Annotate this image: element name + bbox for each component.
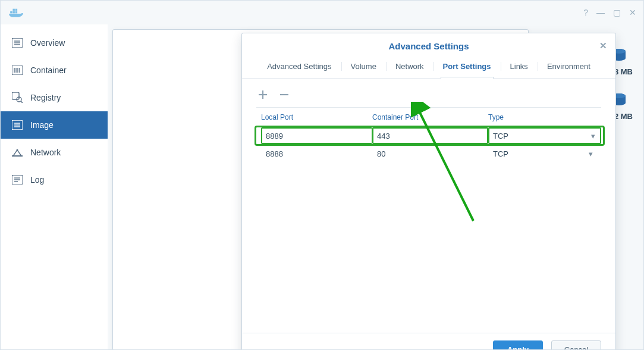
window-controls: ? — ▢ ✕ <box>583 8 636 17</box>
svg-rect-4 <box>15 9 18 11</box>
table-header: Local Port Container Port Type <box>256 108 601 127</box>
modal-body: Local Port Container Port Type 8889 443 … <box>242 79 615 333</box>
add-icon[interactable] <box>256 88 269 101</box>
table-row[interactable]: 8888 80 TCP▾ <box>256 145 601 162</box>
svg-rect-9 <box>12 65 23 75</box>
docker-whale-icon <box>8 6 24 19</box>
chevron-down-icon: ▾ <box>586 132 595 140</box>
sidebar-item-log[interactable]: Log <box>1 166 108 193</box>
registry-icon <box>11 92 23 103</box>
modal-title-text: Advanced Settings <box>388 41 469 51</box>
tab-advanced-settings[interactable]: Advanced Settings <box>257 56 341 78</box>
sidebar-item-registry[interactable]: Registry <box>1 84 108 111</box>
svg-rect-21 <box>12 155 23 157</box>
svg-point-22 <box>17 149 18 151</box>
type-cell[interactable]: TCP▾ <box>493 149 601 158</box>
cancel-button[interactable]: Cancel <box>551 340 601 350</box>
table-row[interactable]: 8889 443 TCP▾ <box>256 127 601 145</box>
sidebar-label: Image <box>30 120 54 130</box>
network-icon <box>11 147 23 158</box>
sidebar: Overview Container Registry Image Networ… <box>1 24 108 349</box>
tab-volume[interactable]: Volume <box>341 56 386 78</box>
container-port-input[interactable]: 443 <box>372 127 488 144</box>
port-toolbar <box>256 86 601 107</box>
tab-port-settings[interactable]: Port Settings <box>433 56 501 78</box>
maximize-icon[interactable]: ▢ <box>613 8 621 17</box>
close-icon[interactable]: ✕ <box>599 40 607 51</box>
svg-rect-2 <box>15 11 18 14</box>
sidebar-label: Container <box>30 65 67 75</box>
remove-icon[interactable] <box>278 88 291 101</box>
modal-title: Advanced Settings ✕ <box>242 33 615 56</box>
svg-line-16 <box>21 101 23 103</box>
svg-rect-0 <box>10 11 12 14</box>
apply-button[interactable]: Apply <box>493 340 543 350</box>
col-container-port[interactable]: Container Port <box>372 113 488 121</box>
type-select[interactable]: TCP▾ <box>488 127 601 144</box>
sidebar-label: Log <box>30 175 44 185</box>
container-icon <box>11 65 23 76</box>
sidebar-item-image[interactable]: Image <box>1 111 108 139</box>
advanced-settings-modal: Advanced Settings ✕ Advanced Settings Vo… <box>241 33 616 350</box>
col-type[interactable]: Type <box>488 113 601 121</box>
main-area: ✕ 138 MB 422 MB Advanced Settings ✕ Adva… <box>108 24 643 349</box>
image-icon <box>11 120 23 130</box>
svg-rect-1 <box>12 11 15 14</box>
minimize-icon[interactable]: — <box>596 8 605 17</box>
window-titlebar: ? — ▢ ✕ <box>1 1 643 24</box>
tab-network[interactable]: Network <box>386 56 433 78</box>
local-port-cell[interactable]: 8888 <box>261 149 377 158</box>
sidebar-label: Registry <box>30 93 61 102</box>
chevron-down-icon: ▾ <box>583 149 593 158</box>
sidebar-item-overview[interactable]: Overview <box>1 29 108 57</box>
col-local-port[interactable]: Local Port <box>256 113 372 121</box>
svg-rect-14 <box>12 92 19 99</box>
sidebar-item-container[interactable]: Container <box>1 57 108 84</box>
sidebar-label: Network <box>30 148 61 157</box>
local-port-input[interactable]: 8889 <box>261 127 372 144</box>
sidebar-item-network[interactable]: Network <box>1 139 108 166</box>
sidebar-label: Overview <box>30 38 65 48</box>
close-icon[interactable]: ✕ <box>629 8 636 17</box>
overview-icon <box>11 38 23 48</box>
modal-footer: Apply Cancel <box>242 333 615 350</box>
container-port-cell[interactable]: 80 <box>377 149 493 158</box>
port-table: Local Port Container Port Type 8889 443 … <box>256 107 601 162</box>
tab-links[interactable]: Links <box>501 56 538 78</box>
modal-tabs: Advanced Settings Volume Network Port Se… <box>242 56 615 79</box>
help-icon[interactable]: ? <box>583 8 588 17</box>
svg-rect-3 <box>12 9 15 11</box>
tab-environment[interactable]: Environment <box>538 56 600 78</box>
log-icon <box>11 174 23 185</box>
